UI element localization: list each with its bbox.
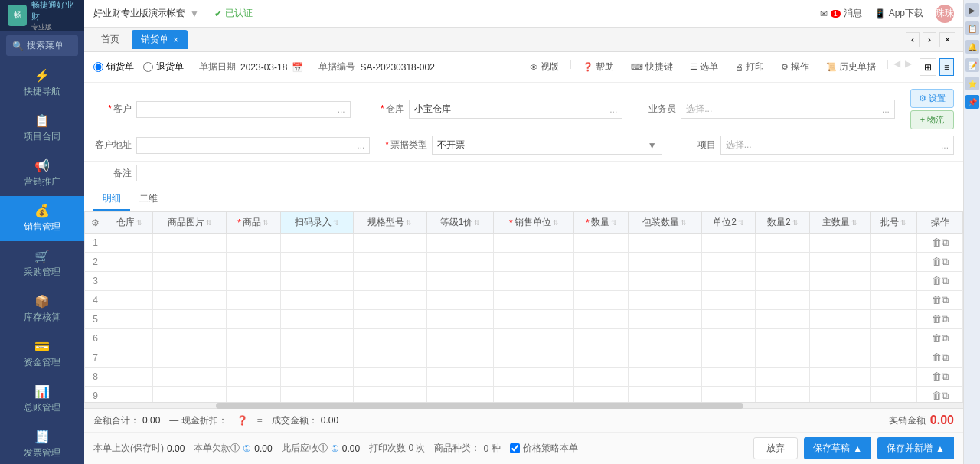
- copy-row-btn[interactable]: ⧉: [942, 237, 949, 249]
- delete-row-btn[interactable]: 🗑: [932, 371, 942, 382]
- save-new-button[interactable]: 保存并新增 ▲: [877, 437, 954, 459]
- tab-close-icon[interactable]: ×: [173, 34, 178, 45]
- right-panel-btn-2[interactable]: 📋: [965, 21, 979, 35]
- th-unit2[interactable]: 单位2⇅: [701, 212, 756, 234]
- copy-row-btn[interactable]: ⧉: [942, 275, 949, 287]
- th-warehouse[interactable]: 仓库⇅: [106, 212, 153, 234]
- list-view-btn[interactable]: ≡: [939, 58, 954, 76]
- copy-row-btn[interactable]: ⧉: [942, 390, 949, 402]
- tab-home[interactable]: 首页: [92, 30, 129, 49]
- app-download-button[interactable]: 📱 App下载: [874, 7, 923, 20]
- message-button[interactable]: ✉ 1 消息: [820, 7, 862, 20]
- logistics-button[interactable]: + 物流: [910, 110, 954, 129]
- project-dots[interactable]: ...: [941, 140, 949, 151]
- notes-input[interactable]: [136, 165, 381, 181]
- th-product-image[interactable]: 商品图片⇅: [153, 212, 226, 234]
- right-panel: ▶ 📋 🔔 📝 ⭐ 📌: [963, 0, 980, 464]
- calendar-icon[interactable]: 📅: [292, 62, 303, 73]
- settings-icon[interactable]: ⚙: [91, 217, 100, 228]
- copy-row-btn[interactable]: ⧉: [942, 332, 949, 345]
- right-panel-btn-5[interactable]: ⭐: [965, 77, 979, 90]
- th-pack-qty[interactable]: 包装数量⇅: [629, 212, 701, 234]
- sidebar-item-ledger[interactable]: 📊 总账管理: [0, 377, 84, 422]
- select-button[interactable]: ☰ 选单: [684, 58, 724, 76]
- settings-button[interactable]: ⚙ 设置: [910, 89, 954, 108]
- radio-return-order[interactable]: 退货单: [143, 60, 184, 74]
- sidebar-item-invoice[interactable]: 🧾 发票管理: [0, 422, 84, 464]
- customer-dots[interactable]: ...: [338, 104, 345, 115]
- radio-sales-order[interactable]: 销货单: [93, 60, 134, 74]
- sidebar-item-funds[interactable]: 💳 资金管理: [0, 332, 84, 377]
- help-button[interactable]: ❓ 帮助: [577, 58, 620, 76]
- right-panel-btn-4[interactable]: 📝: [965, 58, 979, 72]
- sidebar-item-sales[interactable]: 💰 销售管理: [0, 196, 84, 241]
- th-qty[interactable]: *数量⇅: [574, 212, 629, 234]
- tab-sales-order[interactable]: 销货单 ×: [132, 30, 188, 49]
- th-settings[interactable]: ⚙: [85, 212, 106, 234]
- grid-view-btn[interactable]: ⊞: [920, 58, 936, 76]
- horizontal-scrollbar[interactable]: [84, 402, 963, 408]
- th-price[interactable]: 等级1价⇅: [426, 212, 494, 234]
- help-icon[interactable]: ❓: [237, 415, 248, 426]
- copy-row-btn[interactable]: ⧉: [942, 313, 949, 325]
- delete-row-btn[interactable]: 🗑: [932, 313, 942, 325]
- copy-row-btn[interactable]: ⧉: [942, 351, 949, 364]
- print-button[interactable]: 🖨 打印: [729, 58, 770, 76]
- tab-detail[interactable]: 明细: [93, 188, 130, 211]
- delete-row-btn[interactable]: 🗑: [932, 256, 942, 267]
- delete-row-btn[interactable]: 🗑: [932, 275, 942, 286]
- copy-row-btn[interactable]: ⧉: [942, 371, 949, 383]
- sidebar-item-quick-nav[interactable]: ⚡ 快捷导航: [0, 60, 84, 106]
- address-input[interactable]: ...: [136, 137, 370, 154]
- th-barcode[interactable]: 扫码录入⇅: [280, 212, 353, 234]
- tab-next-button[interactable]: ›: [923, 32, 936, 47]
- footer-actions: 本单上次(保存时) 0.00 本单欠款① ① 0.00 此后应收① ① 0.00: [84, 433, 963, 464]
- sidebar-item-project[interactable]: 📋 项目合同: [0, 106, 84, 151]
- warehouse-input[interactable]: 小宝仓库 ...: [409, 100, 623, 119]
- sidebar-item-inventory[interactable]: 📦 库存核算: [0, 286, 84, 332]
- shortcuts-button[interactable]: ⌨ 快捷键: [625, 58, 679, 76]
- help-icon-3[interactable]: ①: [331, 443, 339, 454]
- right-panel-btn-1[interactable]: ▶: [965, 3, 979, 17]
- delete-row-btn[interactable]: 🗑: [932, 237, 942, 248]
- sidebar-item-purchase[interactable]: 🛒 采购管理: [0, 241, 84, 286]
- abandon-button[interactable]: 放弃: [753, 437, 798, 459]
- message-badge: 1: [831, 10, 841, 18]
- delete-row-btn[interactable]: 🗑: [932, 390, 942, 401]
- footer-summary: 金额合计： 0.00 — 现金折扣： ❓ = 成交金额： 0.00 实销金额 0…: [84, 409, 963, 433]
- user-avatar-area[interactable]: 珠珠: [936, 5, 954, 23]
- scrollbar-thumb[interactable]: [216, 403, 743, 409]
- tab-close-button[interactable]: ×: [939, 32, 956, 47]
- customer-input[interactable]: ...: [136, 101, 351, 118]
- save-draft-button[interactable]: 保存草稿 ▲: [804, 437, 871, 459]
- copy-row-btn[interactable]: ⧉: [942, 256, 949, 268]
- project-input[interactable]: 选择... ...: [720, 136, 954, 155]
- tab-2d[interactable]: 二维: [130, 188, 167, 211]
- staff-dots[interactable]: ...: [882, 104, 890, 115]
- help-icon-2[interactable]: ①: [243, 443, 251, 454]
- th-main-qty[interactable]: 主数量⇅: [810, 212, 870, 234]
- staff-input[interactable]: 选择... ...: [681, 100, 895, 119]
- price-check-checkbox[interactable]: [510, 443, 520, 453]
- ticket-select[interactable]: 不开票 ▼: [432, 136, 662, 155]
- right-panel-btn-3[interactable]: 🔔: [965, 40, 979, 54]
- tab-prev-button[interactable]: ‹: [906, 32, 920, 47]
- sidebar-item-marketing[interactable]: 📢 营销推广: [0, 151, 84, 196]
- th-unit[interactable]: *销售单位⇅: [494, 212, 574, 234]
- warehouse-dots[interactable]: ...: [609, 104, 617, 115]
- delete-row-btn[interactable]: 🗑: [932, 351, 942, 363]
- draft-dropdown-icon: ▲: [853, 443, 862, 454]
- address-dots[interactable]: ...: [357, 140, 364, 151]
- view-button[interactable]: 👁 视版: [524, 58, 565, 76]
- search-menu-button[interactable]: 🔍 搜索菜单: [6, 35, 78, 56]
- delete-row-btn[interactable]: 🗑: [932, 294, 942, 306]
- history-button[interactable]: 📜 历史单据: [820, 58, 882, 76]
- ops-button[interactable]: ⚙ 操作: [775, 58, 815, 76]
- delete-row-btn[interactable]: 🗑: [932, 332, 942, 344]
- th-batch[interactable]: 批号⇅: [870, 212, 916, 234]
- th-spec[interactable]: 规格型号⇅: [354, 212, 426, 234]
- th-product[interactable]: *商品⇅: [226, 212, 280, 234]
- th-qty2[interactable]: 数量2⇅: [756, 212, 810, 234]
- copy-row-btn[interactable]: ⧉: [942, 294, 949, 306]
- right-panel-btn-6[interactable]: 📌: [965, 95, 979, 109]
